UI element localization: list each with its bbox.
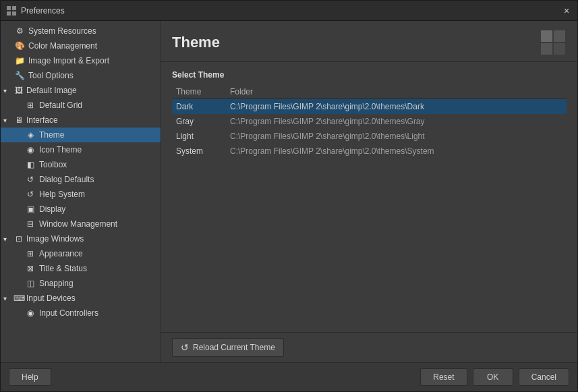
cancel-button[interactable]: Cancel [519, 368, 569, 386]
sidebar-label-input-devices: Input Devices [26, 293, 76, 303]
sidebar-label-title-status: Title & Status [39, 264, 87, 273]
sidebar-item-display[interactable]: ▣ Display [1, 202, 161, 217]
sidebar-item-color-management[interactable]: 🎨 Color Management [1, 38, 161, 53]
help-button[interactable]: Help [9, 368, 51, 386]
icon-theme-icon: ◉ [25, 144, 36, 155]
svg-rect-3 [12, 11, 16, 16]
sidebar-label-window-management: Window Management [39, 219, 117, 229]
sidebar-label-theme: Theme [39, 130, 64, 140]
sidebar-label-icon-theme: Icon Theme [39, 145, 82, 155]
sidebar-item-theme[interactable]: ◈ Theme [1, 128, 161, 142]
svg-rect-6 [541, 43, 552, 55]
sidebar-group-input-devices[interactable]: ▾ ⌨ Input Devices [1, 291, 161, 306]
sidebar-item-image-import-export[interactable]: 📁 Image Import & Export [1, 53, 161, 68]
sidebar-label-image-windows: Image Windows [26, 234, 84, 244]
sidebar-group-image-windows[interactable]: ▾ ⊡ Image Windows [1, 231, 161, 246]
svg-rect-4 [541, 30, 552, 42]
titlebar-title: Preferences [21, 6, 65, 16]
theme-table-header: Theme Folder [172, 85, 567, 99]
sidebar-item-toolbox[interactable]: ◧ Toolbox [1, 157, 161, 172]
system-resources-icon: ⚙ [14, 26, 25, 36]
default-image-icon: 🖼 [13, 85, 24, 96]
titlebar-left: Preferences [6, 5, 65, 16]
theme-name-system: System [176, 146, 230, 156]
theme-folder-dark: C:\Program Files\GIMP 2\share\gimp\2.0\t… [230, 102, 562, 111]
sidebar-label-appearance: Appearance [39, 249, 83, 258]
color-management-icon: 🎨 [14, 40, 25, 51]
svg-rect-1 [12, 6, 16, 10]
titlebar: Preferences × [1, 1, 577, 21]
sidebar-group-interface[interactable]: ▾ 🖥 Interface [1, 113, 161, 128]
sidebar-item-input-controllers[interactable]: ◉ Input Controllers [1, 306, 161, 320]
sidebar-label-default-grid: Default Grid [39, 101, 82, 110]
svg-rect-2 [7, 11, 11, 16]
preferences-dialog: Preferences × ⚙ System Resources 🎨 Color… [0, 0, 578, 392]
window-management-icon: ⊟ [25, 219, 36, 229]
sidebar-item-icon-theme[interactable]: ◉ Icon Theme [1, 142, 161, 157]
arrow-input-devices: ▾ [3, 295, 11, 302]
sidebar-item-window-management[interactable]: ⊟ Window Management [1, 217, 161, 231]
app-icon [6, 5, 17, 16]
sidebar-label-color-management: Color Management [28, 41, 97, 51]
theme-row-system[interactable]: System C:\Program Files\GIMP 2\share\gim… [172, 144, 567, 159]
reload-icon: ↺ [181, 342, 189, 353]
tool-options-icon: 🔧 [14, 70, 25, 81]
default-grid-icon: ⊞ [25, 100, 36, 111]
footer: Help Reset OK Cancel [1, 362, 577, 391]
sidebar-item-tool-options[interactable]: 🔧 Tool Options [1, 68, 161, 83]
ok-button[interactable]: OK [473, 368, 513, 386]
theme-name-light: Light [176, 132, 230, 141]
theme-row-light[interactable]: Light C:\Program Files\GIMP 2\share\gimp… [172, 129, 567, 144]
dialog-defaults-icon: ↺ [25, 174, 36, 185]
reload-label: Reload Current Theme [193, 343, 275, 352]
sidebar-label-system-resources: System Resources [28, 26, 96, 36]
footer-right: Reset OK Cancel [420, 368, 569, 386]
sidebar-item-dialog-defaults[interactable]: ↺ Dialog Defaults [1, 172, 161, 187]
reload-button[interactable]: ↺ Reload Current Theme [172, 338, 284, 357]
sidebar-label-snapping: Snapping [39, 279, 74, 288]
sidebar-item-title-status[interactable]: ⊠ Title & Status [1, 261, 161, 276]
main-content: Theme Select Theme Theme Folder Dark [161, 21, 577, 362]
input-controllers-icon: ◉ [25, 308, 36, 318]
content-area: ⚙ System Resources 🎨 Color Management 📁 … [1, 21, 577, 362]
sidebar-label-default-image: Default Image [26, 86, 77, 95]
reset-button[interactable]: Reset [420, 368, 467, 386]
toolbox-icon: ◧ [25, 159, 36, 170]
col-theme: Theme [176, 87, 230, 96]
main-body: Select Theme Theme Folder Dark C:\Progra… [161, 62, 577, 332]
close-button[interactable]: × [561, 5, 572, 16]
theme-icon: ◈ [25, 130, 36, 140]
sidebar-label-input-controllers: Input Controllers [39, 308, 98, 318]
theme-row-gray[interactable]: Gray C:\Program Files\GIMP 2\share\gimp\… [172, 114, 567, 129]
main-title: Theme [172, 34, 220, 51]
theme-folder-light: C:\Program Files\GIMP 2\share\gimp\2.0\t… [230, 132, 562, 141]
theme-folder-gray: C:\Program Files\GIMP 2\share\gimp\2.0\t… [230, 117, 562, 126]
title-status-icon: ⊠ [25, 263, 36, 274]
snapping-icon: ◫ [25, 278, 36, 289]
theme-header-icon [540, 29, 567, 56]
section-title: Select Theme [172, 70, 567, 80]
sidebar: ⚙ System Resources 🎨 Color Management 📁 … [1, 21, 161, 362]
sidebar-label-image-import-export: Image Import & Export [28, 56, 109, 65]
main-header: Theme [161, 21, 577, 62]
input-devices-icon: ⌨ [13, 293, 24, 304]
appearance-icon: ⊞ [25, 248, 36, 259]
theme-table: Theme Folder Dark C:\Program Files\GIMP … [172, 85, 567, 159]
svg-rect-0 [7, 6, 11, 10]
sidebar-item-appearance[interactable]: ⊞ Appearance [1, 246, 161, 261]
sidebar-item-help-system[interactable]: ↺ Help System [1, 187, 161, 202]
theme-row-dark[interactable]: Dark C:\Program Files\GIMP 2\share\gimp\… [172, 99, 567, 114]
svg-rect-5 [554, 30, 565, 42]
sidebar-item-default-grid[interactable]: ⊞ Default Grid [1, 98, 161, 113]
image-import-export-icon: 📁 [14, 55, 25, 66]
col-folder: Folder [230, 87, 562, 96]
sidebar-item-system-resources[interactable]: ⚙ System Resources [1, 24, 161, 38]
sidebar-group-default-image[interactable]: ▾ 🖼 Default Image [1, 83, 161, 98]
sidebar-item-snapping[interactable]: ◫ Snapping [1, 276, 161, 291]
theme-folder-system: C:\Program Files\GIMP 2\share\gimp\2.0\t… [230, 146, 562, 156]
theme-name-dark: Dark [176, 102, 230, 111]
svg-rect-7 [554, 43, 565, 55]
arrow-image-windows: ▾ [3, 235, 11, 243]
sidebar-label-toolbox: Toolbox [39, 160, 67, 169]
arrow-interface: ▾ [3, 117, 11, 124]
